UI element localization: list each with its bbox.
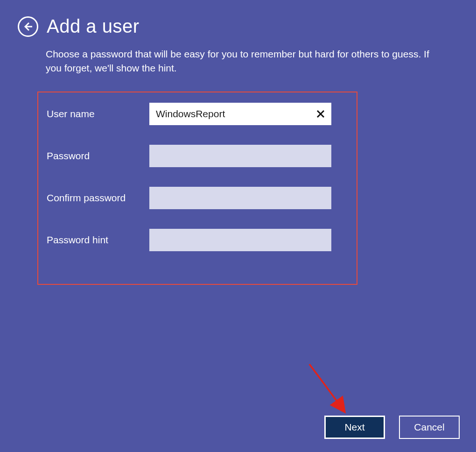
clear-username-button[interactable] — [313, 106, 329, 122]
confirm-password-label: Confirm password — [47, 192, 149, 204]
password-hint-input[interactable] — [149, 229, 331, 251]
close-icon — [316, 109, 325, 119]
form-highlight-box: User name Password Confirm password Pass… — [37, 92, 357, 285]
back-button[interactable] — [18, 16, 38, 37]
page-title: Add a user — [47, 16, 139, 37]
username-label: User name — [47, 108, 149, 120]
next-button[interactable]: Next — [324, 416, 385, 439]
password-input[interactable] — [149, 145, 331, 167]
page-subtitle: Choose a password that will be easy for … — [46, 47, 447, 76]
confirm-password-input[interactable] — [149, 187, 331, 209]
password-hint-label: Password hint — [47, 234, 149, 246]
cancel-button[interactable]: Cancel — [399, 416, 460, 439]
password-label: Password — [47, 150, 149, 162]
username-input[interactable] — [149, 103, 331, 125]
arrow-left-icon — [23, 21, 33, 32]
